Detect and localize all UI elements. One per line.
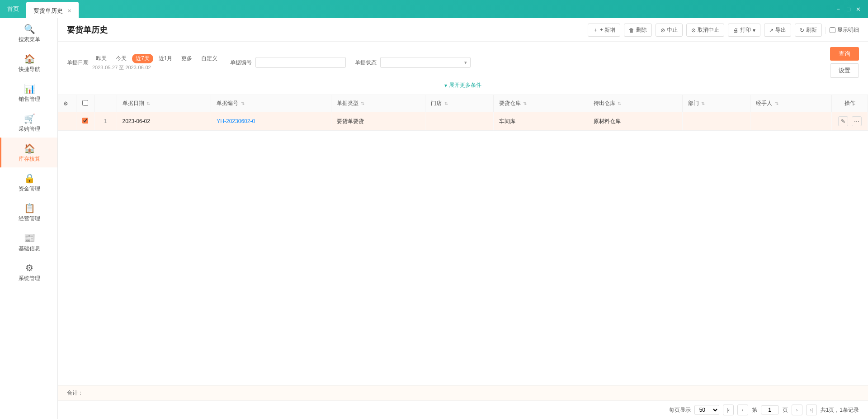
row-edit-icon[interactable]: ✎ [838,116,848,126]
refresh-button[interactable]: ↻ 刷新 [795,24,822,37]
sidebar-item-quick-nav[interactable]: 🏠 快捷导航 [0,48,57,78]
doc-no-input[interactable] [255,57,346,68]
col-doctype-header[interactable]: 单据类型 ⇅ [331,95,425,112]
col-handler-header[interactable]: 经手人 ⇅ [750,95,832,112]
row-store-cell [425,112,494,131]
date-range-text: 2023-05-27 至 2023-06-02 [92,64,221,71]
inventory-icon: 🏠 [24,144,35,153]
delete-button[interactable]: 🗑 删除 [624,24,652,37]
total-info: 共1页，1条记录 [821,406,859,414]
row-doctype-cell: 要货单要货 [331,112,425,131]
export-button[interactable]: ↗ 导出 [764,24,791,37]
last-page-button[interactable]: ›| [806,405,817,415]
col-date-sort-icon: ⇅ [146,101,150,106]
row-handler-cell [750,112,832,131]
page-header: 要货单历史 ＋ + 新增 🗑 删除 ⊘ 中止 ⊘ [58,18,868,42]
table-header: ⚙ 单据日期 ⇅ 单据编号 ⇅ [58,95,868,112]
doc-no-filter-group: 单据编号 [230,57,346,68]
row-more-icon[interactable]: ⋯ [852,116,862,126]
row-checkbox[interactable] [82,118,88,124]
tab-requisition-history[interactable]: 要货单历史 ✕ [26,2,79,20]
show-detail-checkbox[interactable] [830,27,835,33]
tab-home[interactable]: 首页 [0,0,26,18]
row-docno-link[interactable]: YH-20230602-0 [217,118,255,124]
maximize-button[interactable]: □ [847,6,850,13]
export-icon: ↗ [769,27,774,33]
col-docno-sort-icon: ⇅ [241,101,245,106]
col-index-header [94,95,117,112]
date-btn-more[interactable]: 更多 [178,54,196,63]
sidebar-item-sales-mgmt[interactable]: 📊 销售管理 [0,78,57,108]
table-footer: 合计： [58,385,868,400]
sidebar-item-system-mgmt[interactable]: ⚙ 系统管理 [0,257,57,287]
action-buttons: 查询 设置 [830,47,859,78]
sidebar-item-basic-info[interactable]: 📰 基础信息 [0,227,57,257]
doc-no-label: 单据编号 [230,59,252,67]
col-store-header[interactable]: 门店 ⇅ [425,95,494,112]
col-dept-sort-icon: ⇅ [701,101,705,106]
print-button[interactable]: 🖨 打印 ▾ [728,24,760,37]
select-all-checkbox[interactable] [82,100,88,106]
current-page-input[interactable] [761,405,779,414]
query-button[interactable]: 查询 [830,47,859,61]
col-pending-warehouse-header[interactable]: 待出仓库 ⇅ [588,95,682,112]
add-button[interactable]: ＋ + 新增 [588,24,620,37]
filter-row: 单据日期 昨天 今天 近7天 近1月 更多 自定义 2023-05-27 至 2… [67,47,859,78]
stop-button[interactable]: ⊘ 中止 [656,24,683,37]
operation-icon: 📋 [24,204,35,213]
per-page-select[interactable]: 50 100 200 [694,405,719,415]
delete-icon: 🗑 [629,27,634,33]
sidebar-item-inventory-calc[interactable]: 🏠 库存核算 [0,138,57,167]
sidebar-item-search-menu[interactable]: 🔍 搜索菜单 [0,18,57,48]
refresh-icon: ↻ [800,27,804,33]
col-req-warehouse-header[interactable]: 要货仓库 ⇅ [494,95,588,112]
sidebar-item-purchase-mgmt[interactable]: 🛒 采购管理 [0,108,57,138]
header-row: ⚙ 单据日期 ⇅ 单据编号 ⇅ [58,95,868,112]
col-docno-header[interactable]: 单据编号 ⇅ [211,95,331,112]
next-page-button[interactable]: › [792,405,802,415]
tab-close-icon[interactable]: ✕ [67,8,71,14]
date-filter-label: 单据日期 [67,59,89,67]
col-dept-header[interactable]: 部门 ⇅ [682,95,750,112]
prev-page-button[interactable]: ‹ [737,405,748,415]
settings-col-header[interactable]: ⚙ [58,95,76,112]
show-detail-toggle[interactable]: 显示明细 [830,26,859,34]
table-area: ⚙ 单据日期 ⇅ 单据编号 ⇅ [58,95,868,385]
fund-icon: 🔒 [24,174,35,183]
row-settings-cell [58,112,76,131]
sidebar-item-fund-mgmt[interactable]: 🔒 资金管理 [0,167,57,197]
close-button[interactable]: ✕ [856,6,861,13]
sidebar: 🔍 搜索菜单 🏠 快捷导航 📊 销售管理 🛒 采购管理 🏠 库存核算 🔒 资金管… [0,18,58,419]
page-label: 第 [752,406,757,414]
date-btn-7days[interactable]: 近7天 [132,54,153,63]
data-table: ⚙ 单据日期 ⇅ 单据编号 ⇅ [58,95,868,131]
date-options: 昨天 今天 近7天 近1月 更多 自定义 2023-05-27 至 2023-0… [92,54,221,71]
print-icon: 🖨 [733,27,738,33]
minimize-button[interactable]: － [835,5,841,13]
date-btn-today[interactable]: 今天 [112,54,130,63]
date-filter-group: 单据日期 昨天 今天 近7天 近1月 更多 自定义 2023-05-27 至 2… [67,54,221,71]
cancel-stop-button[interactable]: ⊘ 取消中止 [686,24,724,37]
col-req-warehouse-sort-icon: ⇅ [523,101,527,106]
row-index-cell: 1 [94,112,117,131]
summary-label: 合计： [67,389,83,397]
date-btn-custom[interactable]: 自定义 [198,54,221,63]
pagination: 每页显示 50 100 200 |‹ ‹ 第 页 › ›| 共1页，1条记录 [58,400,868,419]
col-date-header[interactable]: 单据日期 ⇅ [117,95,211,112]
col-actions-header: 操作 [832,95,868,112]
doc-status-select[interactable] [380,57,471,68]
expand-icon: ▾ [444,82,447,89]
page-end-label: 页 [783,406,788,414]
date-btn-yesterday[interactable]: 昨天 [92,54,110,63]
cancel-stop-icon: ⊘ [691,27,696,33]
row-date-cell: 2023-06-02 [117,112,211,131]
date-btn-1month[interactable]: 近1月 [155,54,176,63]
window-controls: － □ ✕ [828,5,868,13]
settings-button[interactable]: 设置 [830,63,859,78]
toolbar: ＋ + 新增 🗑 删除 ⊘ 中止 ⊘ 取消中止 [588,24,859,41]
expand-more-btn[interactable]: ▾ 展开更多条件 [67,81,859,89]
first-page-button[interactable]: |‹ [723,405,734,415]
sidebar-item-operation-mgmt[interactable]: 📋 经营管理 [0,197,57,227]
row-actions-cell: ✎ ⋯ [832,112,868,131]
filter-area: 单据日期 昨天 今天 近7天 近1月 更多 自定义 2023-05-27 至 2… [58,42,868,95]
